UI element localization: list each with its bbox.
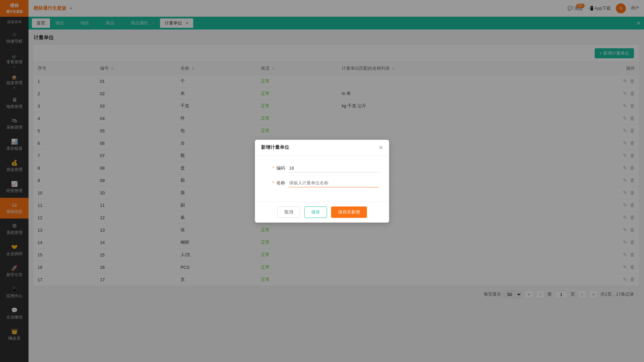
- dialog-body: * 编码 * 名称: [255, 156, 389, 201]
- dialog-save-btn[interactable]: 保存: [304, 206, 327, 218]
- form-row-name: * 名称: [265, 179, 379, 187]
- dialog-save-new-btn[interactable]: 保存并新增: [331, 206, 367, 218]
- dialog-code-input[interactable]: [288, 164, 379, 173]
- add-unit-dialog: 新增计量单位 ✕ * 编码 * 名称 取消 保存 保存并新增: [255, 140, 389, 223]
- dialog-name-input[interactable]: [288, 179, 379, 187]
- dialog-title: 新增计量单位: [261, 144, 289, 150]
- dialog-cancel-btn[interactable]: 取消: [277, 206, 300, 218]
- dialog-overlay: 新增计量单位 ✕ * 编码 * 名称 取消 保存 保存并新增: [0, 0, 644, 362]
- form-code-label: * 编码: [265, 165, 285, 171]
- code-required-star: *: [272, 166, 274, 171]
- form-name-label: * 名称: [265, 180, 285, 186]
- dialog-footer: 取消 保存 保存并新增: [255, 201, 389, 223]
- dialog-close-btn[interactable]: ✕: [379, 144, 383, 151]
- name-required-star: *: [272, 180, 274, 185]
- dialog-header: 新增计量单位 ✕: [255, 140, 389, 156]
- form-row-code: * 编码: [265, 164, 379, 173]
